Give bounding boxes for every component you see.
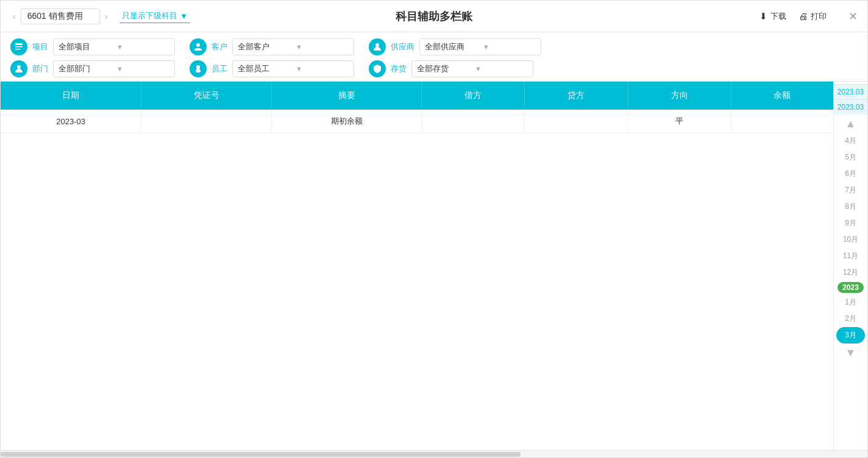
cell-voucher [141,110,272,133]
employee-icon [190,60,207,77]
cell-summary: 期初余额 [272,110,422,133]
col-balance: 余额 [731,82,833,110]
col-direction: 方向 [628,82,731,110]
col-voucher: 凭证号 [141,82,272,110]
sidebar-month-7月[interactable]: 7月 [833,182,867,199]
page-title: 科目辅助多栏账 [396,9,472,24]
sidebar-month-2月[interactable]: 2月 [833,311,867,327]
project-arrow-icon: ▼ [116,43,169,51]
download-button[interactable]: ⬇ 下载 [760,11,786,22]
download-label: 下载 [770,11,786,22]
account-code-display[interactable]: 6601 销售费用 [21,9,100,24]
employee-value: 全部员工 [238,63,291,74]
show-sub-button[interactable]: 只显示下级科目 ▼ [119,9,190,23]
inventory-value: 全部存货 [417,63,470,74]
sidebar-months: 4月5月6月7月8月9月10月11月12月20231月2月3月 [833,133,867,344]
inventory-arrow-icon: ▼ [475,65,528,72]
filter-item-customer: 客户 全部客户 ▼ [190,38,354,55]
table-area: 日期 凭证号 摘要 借方 贷方 方向 余额 2023-03期初余额平 [1,82,833,450]
table-header: 日期 凭证号 摘要 借方 贷方 方向 余额 [1,82,833,110]
show-sub-arrow-icon: ▼ [180,12,188,21]
sidebar-month-10月[interactable]: 10月 [833,231,867,248]
svg-rect-2 [15,49,20,50]
inventory-icon [369,60,386,77]
table-row: 2023-03期初余额平 [1,110,833,133]
project-select[interactable]: 全部项目 ▼ [53,38,175,55]
sidebar-month-active[interactable]: 3月 [836,327,865,344]
top-bar: ‹ 6601 销售费用 › 只显示下级科目 ▼ 科目辅助多栏账 ⬇ 下载 🖨 打… [1,1,867,32]
filter-item-employee: 员工 全部员工 ▼ [190,60,354,77]
dept-select[interactable]: 全部部门 ▼ [53,60,175,77]
sidebar-down-arrow[interactable]: ▼ [842,344,860,362]
sidebar-month-8月[interactable]: 8月 [833,199,867,215]
sidebar-section-2023-03-top[interactable]: 2023.03 [834,84,867,99]
horizontal-scrollbar[interactable] [1,450,867,457]
sidebar-month-11月[interactable]: 11月 [833,248,867,264]
content-wrapper: 日期 凭证号 摘要 借方 贷方 方向 余额 2023-03期初余额平 2023.… [1,82,867,450]
sidebar-month-9月[interactable]: 9月 [833,215,867,231]
prev-account-arrow[interactable]: ‹ [10,10,18,23]
sidebar-up-arrow[interactable]: ▲ [842,114,860,133]
inventory-select[interactable]: 全部存货 ▼ [411,60,533,77]
print-label: 打印 [811,11,827,22]
col-summary: 摘要 [272,82,422,110]
filter-item-project: 项目 全部项目 ▼ [10,38,175,55]
project-label: 项目 [32,41,48,52]
svg-point-4 [17,65,21,69]
sidebar-month-6月[interactable]: 6月 [833,166,867,182]
sidebar-month-1月[interactable]: 1月 [833,294,867,311]
cell-balance [731,110,833,133]
dept-arrow-icon: ▼ [116,65,169,72]
customer-value: 全部客户 [238,41,291,52]
filter-area: 项目 全部项目 ▼ 客户 全部客户 ▼ [1,32,867,82]
scrollbar-thumb[interactable] [1,452,521,457]
cell-direction: 平 [628,110,731,133]
print-icon: 🖨 [799,11,808,21]
table-body: 2023-03期初余额平 [1,110,833,133]
filter-row-1: 项目 全部项目 ▼ 客户 全部客户 ▼ [10,38,858,55]
svg-rect-6 [196,69,201,72]
employee-select[interactable]: 全部员工 ▼ [232,60,354,77]
col-debit: 借方 [422,82,525,110]
col-date: 日期 [1,82,141,110]
supplier-icon [369,38,386,55]
sidebar-month-5月[interactable]: 5月 [833,149,867,166]
show-sub-label: 只显示下级科目 [122,10,177,21]
supplier-value: 全部供应商 [425,41,478,52]
filter-row-2: 部门 全部部门 ▼ 员工 全部员工 ▼ [10,60,858,77]
sidebar-month-12月[interactable]: 12月 [833,264,867,281]
svg-rect-1 [15,46,23,48]
customer-icon [190,38,207,55]
employee-label: 员工 [212,63,227,74]
dept-label: 部门 [32,63,48,74]
svg-rect-0 [15,43,23,45]
cell-date: 2023-03 [1,110,141,133]
supplier-arrow-icon: ▼ [483,43,536,51]
sidebar-section-2023-03-sub[interactable]: 2023.03 [834,99,867,114]
filter-item-supplier: 供应商 全部供应商 ▼ [369,38,541,55]
customer-label: 客户 [212,41,227,52]
col-credit: 贷方 [525,82,628,110]
svg-point-3 [375,43,379,47]
sidebar-year-2023[interactable]: 2023 [838,282,864,293]
project-value: 全部项目 [59,41,112,52]
sidebar-month-4月[interactable]: 4月 [833,133,867,149]
filter-item-inventory: 存货 全部存货 ▼ [369,60,533,77]
filter-item-dept: 部门 全部部门 ▼ [10,60,175,77]
inventory-label: 存货 [391,63,407,74]
cell-credit [525,110,628,133]
cell-debit [422,110,525,133]
next-account-arrow[interactable]: › [102,10,110,23]
svg-rect-5 [196,65,200,69]
customer-arrow-icon: ▼ [296,43,349,51]
project-icon [10,38,27,55]
download-icon: ⬇ [760,11,767,22]
dept-value: 全部部门 [59,63,112,74]
dept-icon [10,60,27,77]
print-button[interactable]: 🖨 打印 [799,11,827,22]
right-sidebar: 2023.03 2023.03 ▲ 4月5月6月7月8月9月10月11月12月2… [833,82,867,450]
supplier-select[interactable]: 全部供应商 ▼ [419,38,541,55]
close-button[interactable]: ✕ [848,10,858,23]
customer-select[interactable]: 全部客户 ▼ [232,38,354,55]
main-window: ‹ 6601 销售费用 › 只显示下级科目 ▼ 科目辅助多栏账 ⬇ 下载 🖨 打… [0,0,868,458]
